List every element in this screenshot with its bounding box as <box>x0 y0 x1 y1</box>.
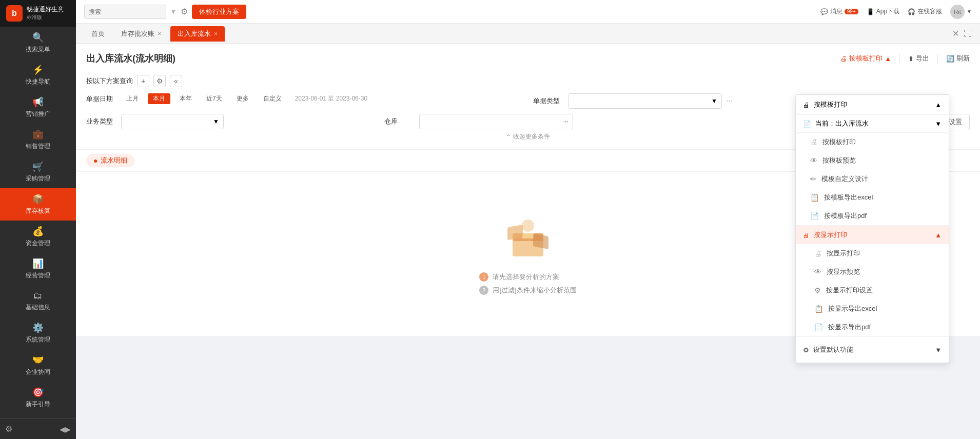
dropdown-set-default[interactable]: ⚙ 设置默认功能 ▼ <box>803 342 942 357</box>
collapse-label: 收起更多条件 <box>513 132 550 141</box>
display-excel-label: 按显示导出excel <box>828 304 877 313</box>
sidebar-settings-icon[interactable]: ⚙ <box>5 424 12 434</box>
date-tag-last-month[interactable]: 上月 <box>121 93 144 104</box>
user-dropdown-icon: ▼ <box>967 9 972 14</box>
dropdown-header: 🖨 按模板打印 ▲ <box>796 95 949 115</box>
warehouse-filter-col: 仓库 ··· <box>384 114 672 129</box>
tab-home[interactable]: 首页 <box>84 26 112 42</box>
print-template-button[interactable]: 🖨 按模板打印 ▲ <box>840 54 891 63</box>
coop-icon: 🤝 <box>32 354 44 366</box>
filter-collapse-icon[interactable]: « <box>170 75 182 87</box>
sidebar-item-search[interactable]: 🔍 搜索菜单 <box>0 27 76 59</box>
sidebar-collapse-icon[interactable]: ◀▶ <box>60 425 71 433</box>
tab-batch[interactable]: 库存批次账 × <box>114 26 168 42</box>
filter-settings-button[interactable]: ⚙ <box>153 75 166 87</box>
template-print-icon: 🖨 <box>810 138 817 146</box>
sidebar-item-purchase[interactable]: 🛒 采购管理 <box>0 156 76 188</box>
tab-flow-close[interactable]: × <box>214 30 218 37</box>
display-print-settings-icon: ⚙ <box>814 286 821 294</box>
dropdown-template-excel[interactable]: 📋 按模板导出excel <box>796 188 949 207</box>
empty-step-2-text: 用[过滤]条件来缩小分析范围 <box>493 286 576 295</box>
dropdown-display-preview[interactable]: 👁 按显示预览 <box>796 263 949 281</box>
biz-type-select[interactable]: ▼ <box>121 114 224 129</box>
date-tag-this-year[interactable]: 本年 <box>174 93 197 104</box>
customer-service-btn[interactable]: 🎧 在线客服 <box>908 7 942 16</box>
search-input[interactable] <box>84 5 166 19</box>
date-tag-7days[interactable]: 近7天 <box>201 93 227 104</box>
sidebar-item-label: 企业协同 <box>26 368 50 376</box>
chevron-up-icon: ⌃ <box>506 133 511 141</box>
doc-type-more-button[interactable]: ··· <box>726 96 733 106</box>
date-tag-custom[interactable]: 自定义 <box>258 93 287 104</box>
sidebar-item-label: 搜索菜单 <box>26 45 50 54</box>
top-bar-left: ▼ ⚙ 体验行业方案 <box>84 5 246 19</box>
sidebar-item-coop[interactable]: 🤝 企业协同 <box>0 349 76 382</box>
window-close-icon[interactable]: ✕ <box>951 30 959 38</box>
date-tag-this-month[interactable]: 本月 <box>148 93 170 104</box>
sidebar-item-apps[interactable]: 🧩 应用中心 <box>0 414 76 418</box>
template-excel-icon: 📋 <box>810 193 819 202</box>
app-download-btn[interactable]: 📱 App下载 <box>867 7 899 16</box>
display-section-label: 按显示打印 <box>814 230 847 240</box>
action-separator2 <box>937 54 938 63</box>
biz-type-label: 业务类型 <box>86 117 117 126</box>
user-avatar[interactable]: Rit ▼ <box>950 5 972 19</box>
sidebar-item-finance[interactable]: 💰 资金管理 <box>0 221 76 253</box>
message-badge: 99+ <box>845 9 858 14</box>
dropdown-template-preview[interactable]: 👁 按模板预览 <box>796 151 949 170</box>
sidebar-item-inventory[interactable]: 📦 库存核算 <box>0 188 76 221</box>
warehouse-select[interactable]: ··· <box>419 114 573 129</box>
marketing-icon: 📢 <box>32 96 44 108</box>
date-tag-more[interactable]: 更多 <box>231 93 254 104</box>
sidebar-item-system[interactable]: ⚙️ 系统管理 <box>0 317 76 349</box>
export-button[interactable]: ⬆ 导出 <box>908 54 929 63</box>
gear-icon[interactable]: ⚙ <box>181 7 188 16</box>
dropdown-current-template[interactable]: 📄 当前：出入库流水 ▼ <box>796 115 949 133</box>
sidebar-item-shortcut[interactable]: ⚡ 快捷导航 <box>0 59 76 91</box>
sidebar-item-sales[interactable]: 💼 销售管理 <box>0 124 76 156</box>
trial-button[interactable]: 体验行业方案 <box>192 5 246 19</box>
filter-add-button[interactable]: + <box>137 75 149 87</box>
sidebar-item-marketing[interactable]: 📢 营销推广 <box>0 91 76 124</box>
display-chevron-icon: ▲ <box>935 231 942 239</box>
refresh-label: 刷新 <box>956 54 970 63</box>
dropdown-display-print-settings[interactable]: ⚙ 按显示打印设置 <box>796 281 949 300</box>
window-maximize-icon[interactable]: ⛶ <box>964 30 972 38</box>
doc-type-select[interactable]: ▼ <box>568 93 722 109</box>
dropdown-display-pdf[interactable]: 📄 按显示导出pdf <box>796 318 949 336</box>
collapse-button[interactable]: ⌃ 收起更多条件 <box>506 132 550 141</box>
sidebar-item-guide[interactable]: 🎯 新手引导 <box>0 382 76 414</box>
biz-type-filter-col: 业务类型 ▼ <box>86 114 374 129</box>
dropdown-icon[interactable]: ▼ <box>170 8 177 15</box>
filter-section-label: 按以下方案查询 <box>86 76 133 86</box>
printer-icon: 🖨 <box>840 55 847 63</box>
sidebar-item-label: 销售管理 <box>26 142 50 151</box>
message-area[interactable]: 💬 消息 99+ <box>820 7 858 16</box>
dropdown-display-excel[interactable]: 📋 按显示导出excel <box>796 300 949 318</box>
dropdown-template-print[interactable]: 🖨 按模板打印 <box>796 133 949 151</box>
dropdown-display-print[interactable]: 🖨 按显示打印 <box>796 244 949 263</box>
tab-flow[interactable]: 出入库流水 × <box>170 26 225 42</box>
print-dropdown-panel: 🖨 按模板打印 ▲ 📄 当前：出入库流水 ▼ 🖨 <box>795 94 949 363</box>
sub-nav-flow-detail[interactable]: ● 流水明细 <box>86 154 134 167</box>
dropdown-template-pdf[interactable]: 📄 按模板导出pdf <box>796 207 949 225</box>
warehouse-more-icon: ··· <box>563 118 569 125</box>
display-section-header[interactable]: 🖨 按显示打印 ▲ <box>796 226 949 244</box>
sidebar-item-label: 快捷导航 <box>26 77 50 86</box>
refresh-button[interactable]: 🔄 刷新 <box>946 54 970 63</box>
current-template-label: 当前：出入库流水 <box>815 119 869 128</box>
basic-icon: 🗂 <box>33 290 43 301</box>
svg-rect-3 <box>507 225 523 240</box>
app-badge: 标准版 <box>27 14 64 21</box>
tab-batch-close[interactable]: × <box>158 30 161 37</box>
dropdown-scroll: 🖨 按模板打印 👁 按模板预览 ✏ 模板自定义设计 📋 按模板导出excel <box>796 133 949 336</box>
export-icon: ⬆ <box>908 55 914 63</box>
sidebar-item-basic[interactable]: 🗂 基础信息 <box>0 285 76 317</box>
display-pdf-icon: 📄 <box>814 323 823 331</box>
export-label: 导出 <box>916 54 929 63</box>
headset-icon: 🎧 <box>908 8 915 15</box>
message-icon: 💬 <box>820 8 828 15</box>
sidebar-item-operation[interactable]: 📊 经营管理 <box>0 253 76 285</box>
dropdown-template-custom[interactable]: ✏ 模板自定义设计 <box>796 170 949 188</box>
dropdown-chevron-up-icon[interactable]: ▲ <box>935 101 942 109</box>
